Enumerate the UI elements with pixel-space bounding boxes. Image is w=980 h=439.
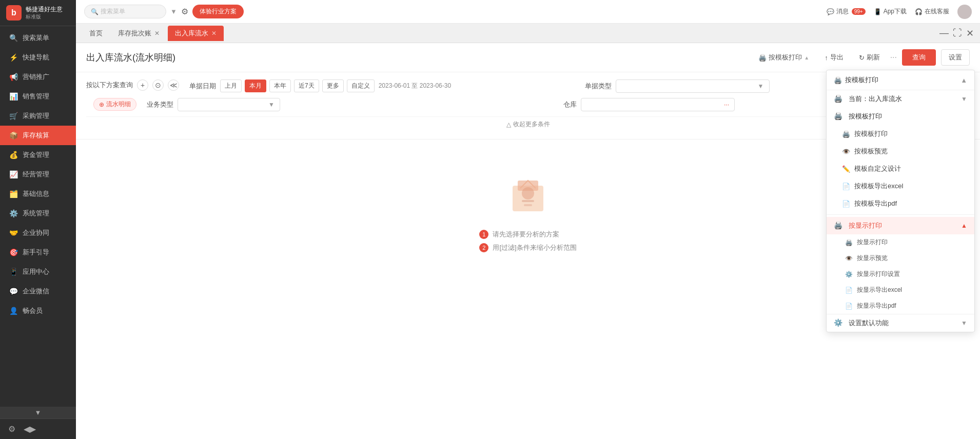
more-actions-icon[interactable]: ··· (890, 53, 897, 62)
tab-bar: 首页 库存批次账 ✕ 出入库流水 ✕ — ⛶ ✕ (76, 24, 980, 43)
date-this-month[interactable]: 本月 (245, 79, 266, 92)
tab-close-all-icon[interactable]: ✕ (966, 28, 974, 39)
svg-point-2 (522, 187, 534, 199)
warehouse-dropdown-icon: ··· (724, 101, 729, 108)
dropdown-footer[interactable]: ⚙️ 设置默认功能 ▼ (827, 314, 974, 332)
app-download-button[interactable]: 📱 App下载 (874, 7, 907, 16)
dropdown-display-print-settings[interactable]: ⚙️ 按显示打印设置 (827, 266, 974, 282)
empty-steps-list: 1 请先选择要分析的方案 2 用[过滤]条件来缩小分析范围 (479, 230, 576, 256)
app-center-icon: 📱 (8, 268, 18, 276)
date-this-year[interactable]: 本年 (269, 79, 291, 92)
member-icon: 👤 (8, 307, 18, 315)
date-more[interactable]: 更多 (322, 79, 344, 92)
sidebar-collapse-icon[interactable]: ◀▶ (24, 424, 36, 434)
template-print-item-icon: 🖨️ (842, 130, 850, 138)
sales-icon: 📊 (8, 92, 18, 101)
sidebar-item-enterprise[interactable]: 🤝 企业协同 (0, 223, 76, 243)
business-type-select[interactable]: ▼ (178, 98, 280, 111)
dropdown-current-item[interactable]: 🖨️ 当前：出入库流水 ▼ (827, 90, 974, 108)
online-service-button[interactable]: 🎧 在线客服 (915, 7, 949, 16)
top-header: 🔍 搜索菜单 ▼ ⚙ 体验行业方案 💬 消息 99+ 📱 App下载 🎧 在线客… (76, 0, 980, 24)
dropdown-header: 🖨️ 按模板打印 ▲ (827, 70, 974, 90)
inventory-icon: 📦 (8, 131, 18, 139)
tab-flow-close[interactable]: ✕ (211, 30, 217, 37)
filter-add-button[interactable]: + (137, 79, 148, 91)
sidebar-nav: 🔍 搜索菜单 ⚡ 快捷导航 📢 营销推广 📊 销售管理 🛒 采购管理 📦 库存核… (0, 26, 76, 407)
export-button[interactable]: ↑ 导出 (819, 50, 849, 65)
tab-home[interactable]: 首页 (82, 26, 110, 41)
display-export-pdf-icon: 📄 (845, 303, 853, 310)
dropdown-up-arrow-icon[interactable]: ▲ (961, 76, 967, 84)
sidebar-item-base[interactable]: 🗂️ 基础信息 (0, 184, 76, 204)
tab-batch-close[interactable]: ✕ (154, 30, 160, 37)
settings-button[interactable]: 设置 (941, 49, 970, 66)
dropdown-display-export-pdf[interactable]: 📄 按显示导出pdf (827, 298, 974, 314)
sidebar-item-inventory[interactable]: 📦 库存核算 (0, 126, 76, 145)
dropdown-scroll-area: 🖨️ 按模板打印 🖨️ 按模板打印 👁️ 按模板预览 ✏️ 模板自定义设计 (827, 108, 974, 314)
date-last-month[interactable]: 上月 (220, 79, 242, 92)
sidebar-item-guide[interactable]: 🎯 新手引导 (0, 243, 76, 262)
sidebar-item-search[interactable]: 🔍 搜索菜单 (0, 28, 76, 48)
base-icon: 🗂️ (8, 190, 18, 198)
sidebar-item-system[interactable]: ⚙️ 系统管理 (0, 204, 76, 223)
header-gear-icon[interactable]: ⚙ (181, 7, 188, 16)
wechat-icon: 💬 (8, 287, 18, 295)
template-export-pdf-icon: 📄 (842, 200, 850, 208)
current-chevron-icon: ▼ (961, 95, 967, 103)
filter-settings-button[interactable]: ⊙ (152, 79, 164, 91)
sidebar-item-shortcut[interactable]: ⚡ 快捷导航 (0, 48, 76, 67)
purchase-icon: 🛒 (8, 112, 18, 120)
print-template-button[interactable]: 🖨️ 按模板打印 ▲ (753, 50, 814, 65)
sidebar-item-member[interactable]: 👤 畅会员 (0, 301, 76, 321)
template-print-section-header[interactable]: 🖨️ 按模板打印 (827, 108, 974, 125)
sidebar-item-wechat[interactable]: 💬 企业微信 (0, 282, 76, 301)
filter-collapse-button[interactable]: ≪ (168, 79, 179, 91)
user-avatar[interactable] (957, 5, 972, 19)
template-preview-icon: 👁️ (842, 148, 850, 155)
template-custom-icon: ✏️ (842, 165, 850, 173)
query-button[interactable]: 查询 (902, 49, 936, 66)
filter-scheme: 按以下方案查询 + ⊙ ≪ (86, 79, 179, 91)
flow-detail-tag: ⊕ 流水明细 (93, 98, 136, 111)
business-type-dropdown-icon: ▼ (268, 101, 275, 108)
print-dropdown-panel: 🖨️ 按模板打印 ▲ 🖨️ 当前：出入库流水 ▼ 🖨️ (826, 70, 975, 332)
dropdown-template-export-pdf[interactable]: 📄 按模板导出pdf (827, 195, 974, 212)
tab-flow[interactable]: 出入库流水 ✕ (168, 26, 224, 41)
tab-minimize-icon[interactable]: — (939, 28, 949, 38)
dropdown-template-export-excel[interactable]: 📄 按模板导出excel (827, 177, 974, 195)
menu-search-box[interactable]: 🔍 搜索菜单 (84, 5, 166, 18)
tab-expand-icon[interactable]: ⛶ (953, 28, 962, 38)
dropdown-template-print[interactable]: 🖨️ 按模板打印 (827, 125, 974, 143)
sidebar-item-finance[interactable]: 💰 资金管理 (0, 145, 76, 165)
display-print-section-header[interactable]: 🖨️ 按显示打印 ▲ (827, 217, 974, 234)
marketing-icon: 📢 (8, 73, 18, 81)
refresh-button[interactable]: ↻ 刷新 (854, 50, 885, 65)
date-last7[interactable]: 近7天 (294, 79, 319, 92)
refresh-icon: ↻ (859, 54, 865, 62)
dropdown-display-preview[interactable]: 👁️ 按显示预览 (827, 250, 974, 266)
date-custom[interactable]: 自定义 (347, 79, 375, 92)
print-dropdown-arrow-icon: ▲ (804, 55, 809, 61)
sidebar-item-operation[interactable]: 📈 经营管理 (0, 165, 76, 184)
sidebar-item-marketing[interactable]: 📢 营销推广 (0, 67, 76, 87)
warehouse-select[interactable]: ··· (581, 98, 735, 111)
empty-step-2: 2 用[过滤]条件来缩小分析范围 (479, 243, 576, 252)
dropdown-template-custom[interactable]: ✏️ 模板自定义设计 (827, 160, 974, 177)
settings-gear-icon[interactable]: ⚙ (8, 424, 15, 434)
promo-button[interactable]: 体验行业方案 (192, 5, 244, 18)
display-print-item-icon: 🖨️ (845, 239, 853, 246)
sidebar-scroll-down[interactable]: ▼ (0, 407, 76, 418)
dropdown-display-print[interactable]: 🖨️ 按显示打印 (827, 234, 974, 250)
sidebar-item-app-center[interactable]: 📱 应用中心 (0, 262, 76, 282)
header-dropdown-arrow[interactable]: ▼ (170, 8, 177, 15)
tab-batch[interactable]: 库存批次账 ✕ (111, 26, 167, 41)
doc-type-select[interactable]: ▼ (616, 79, 770, 93)
header-left: 🔍 搜索菜单 ▼ ⚙ 体验行业方案 (84, 5, 244, 18)
dropdown-display-export-excel[interactable]: 📄 按显示导出excel (827, 282, 974, 298)
display-print-chevron-icon: ▲ (961, 222, 967, 229)
sidebar-item-purchase[interactable]: 🛒 采购管理 (0, 106, 76, 126)
dropdown-template-preview[interactable]: 👁️ 按模板预览 (827, 143, 974, 160)
sidebar-item-sales[interactable]: 📊 销售管理 (0, 87, 76, 106)
message-button[interactable]: 💬 消息 99+ (827, 7, 866, 16)
search-icon: 🔍 (8, 34, 18, 42)
